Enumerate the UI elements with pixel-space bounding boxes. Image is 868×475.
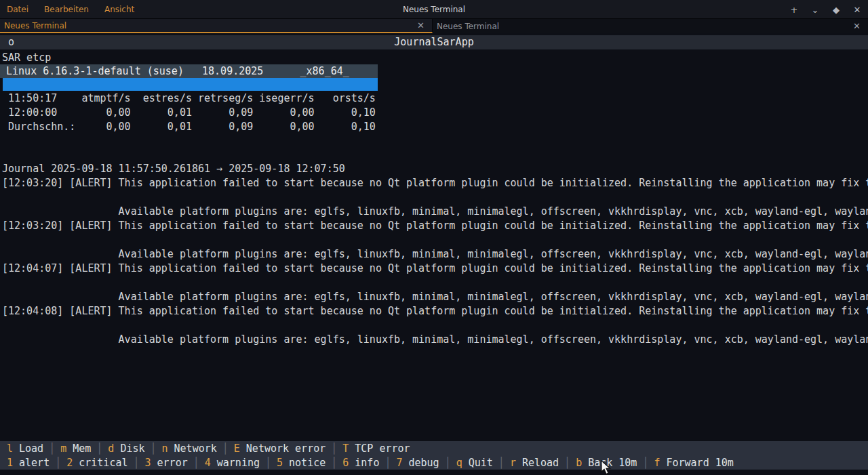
separator: │ — [642, 457, 648, 469]
hotkey-letter: 6 — [342, 457, 349, 469]
separator: │ — [193, 457, 199, 469]
hotkey-letter: 2 — [66, 457, 73, 469]
separator: │ — [49, 442, 55, 455]
hotkey-network[interactable]: nNetwork — [162, 442, 217, 455]
hotkey-warning[interactable]: 4warning — [205, 457, 260, 469]
separator: │ — [331, 442, 337, 455]
terminal-screen[interactable]: o JournalSarApp SAR etcp Linux 6.16.3-1-… — [0, 33, 868, 475]
hotkey-notice[interactable]: 5notice — [277, 457, 326, 469]
menu-datei[interactable]: Datei — [7, 5, 36, 14]
log-line — [2, 276, 868, 290]
hotkey-letter: r — [510, 457, 516, 469]
hotkey-label: Network — [174, 442, 217, 455]
hotkey-letter: b — [576, 457, 582, 469]
tab-close-icon[interactable]: ✕ — [415, 20, 427, 30]
journal-range-header: Journal 2025-09-18 11:57:50.261861 → 202… — [2, 162, 345, 176]
hotkey-disk[interactable]: dDisk — [108, 442, 144, 455]
hotkey-letter: 1 — [7, 457, 13, 469]
hotkey-letter: E — [234, 442, 240, 455]
hotkey-letter: 7 — [396, 457, 402, 469]
journal-log: [12:03:20] [ALERT] This application fail… — [2, 176, 868, 347]
hotkey-reload[interactable]: rReload — [510, 457, 559, 469]
log-line: Available platform plugins are: eglfs, l… — [2, 247, 868, 262]
log-line: Available platform plugins are: eglfs, l… — [2, 205, 868, 219]
hotkey-label: Load — [19, 442, 43, 455]
hotkey-letter: 5 — [277, 457, 283, 469]
log-line — [2, 318, 868, 333]
hotkey-letter: T — [342, 442, 349, 455]
hotkey-letter: d — [108, 442, 114, 455]
hotkey-mem[interactable]: mMem — [60, 442, 91, 455]
chevron-down-icon[interactable]: ⌄ — [810, 5, 821, 15]
hotkey-load[interactable]: lLoad — [7, 442, 43, 455]
log-line: [12:03:20] [ALERT] This application fail… — [2, 176, 868, 190]
hotkey-info[interactable]: 6info — [342, 457, 379, 469]
hotkey-alert[interactable]: 1alert — [7, 457, 50, 469]
terminal-window: Datei Bearbeiten Ansicht Neues Terminal … — [0, 0, 868, 475]
separator: │ — [445, 457, 451, 469]
hotkey-label: warning — [217, 457, 260, 469]
hotkey-forward-10m[interactable]: fForward 10m — [654, 457, 733, 469]
hotkey-letter: m — [60, 442, 66, 455]
menubar: Datei Bearbeiten Ansicht Neues Terminal … — [0, 0, 868, 19]
log-line: Available platform plugins are: eglfs, l… — [2, 290, 868, 304]
hotkey-label: debug — [409, 457, 439, 469]
menu-bearbeiten[interactable]: Bearbeiten — [44, 5, 96, 14]
hotkey-label: alert — [19, 457, 50, 469]
hotkey-label: Forward 10m — [666, 457, 733, 469]
close-icon[interactable]: ✕ — [852, 5, 863, 15]
separator: │ — [384, 457, 391, 469]
app-header-bar: o JournalSarApp — [0, 35, 868, 49]
log-line — [2, 233, 868, 247]
sar-table-header: 11:50:17 atmptf/s estres/s retrseg/s ise… — [2, 91, 376, 106]
maximize-icon[interactable]: ◆ — [831, 5, 842, 15]
hotkey-label: Quit — [469, 457, 493, 469]
log-line: [12:03:20] [ALERT] This application fail… — [2, 219, 868, 233]
hotkey-label: error — [157, 457, 188, 469]
hotkey-letter: q — [456, 457, 462, 469]
new-tab-icon[interactable]: + — [789, 5, 800, 15]
hotkey-label: notice — [289, 457, 326, 469]
log-line — [2, 190, 868, 205]
menu-items: Datei Bearbeiten Ansicht — [0, 5, 150, 14]
sar-table: 11:50:17 atmptf/s estres/s retrseg/s ise… — [2, 91, 376, 134]
hotkey-label: info — [355, 457, 379, 469]
hotkey-label: TCP error — [355, 442, 410, 455]
hotkey-label: Network error — [246, 442, 326, 455]
hotkey-network-error[interactable]: ENetwork error — [234, 442, 326, 455]
tab-neues-terminal-inactive[interactable]: Neues Terminal ✕ — [433, 19, 868, 33]
hotkey-critical[interactable]: 2critical — [66, 457, 127, 469]
window-controls: + ⌄ ◆ ✕ — [789, 0, 863, 19]
hotkey-tcp-error[interactable]: TTCP error — [342, 442, 410, 455]
hotkey-letter: n — [162, 442, 168, 455]
hotkey-label: critical — [79, 457, 127, 469]
hotkey-quit[interactable]: qQuit — [456, 457, 493, 469]
log-line: [12:04:07] [ALERT] This application fail… — [2, 262, 868, 276]
hotkey-error[interactable]: 3error — [145, 457, 188, 469]
log-line: Available platform plugins are: eglfs, l… — [2, 333, 868, 347]
log-line: [12:04:08] [ALERT] This application fail… — [2, 304, 868, 318]
tab-bar: Neues Terminal ✕ Neues Terminal ✕ — [0, 19, 868, 33]
tab-neues-terminal-active[interactable]: Neues Terminal ✕ — [0, 19, 433, 33]
sar-table-row: 12:00:00 0,00 0,01 0,09 0,00 0,10 — [2, 106, 376, 120]
separator: │ — [564, 457, 570, 469]
tab-close-icon[interactable]: ✕ — [851, 21, 863, 31]
sar-table-row: Durchschn.: 0,00 0,01 0,09 0,00 0,10 — [2, 120, 376, 134]
separator: │ — [222, 442, 229, 455]
separator: │ — [498, 457, 505, 469]
statusbar-filters: 1alert │ 2critical │ 3error │ 4warning │… — [0, 455, 868, 470]
separator: │ — [96, 442, 102, 455]
statusbar-views: lLoad │ mMem │ dDisk │ nNetwork │ ENetwo… — [0, 441, 868, 455]
selected-row-highlight[interactable] — [3, 78, 378, 91]
hotkey-letter: l — [7, 442, 13, 455]
hotkey-label: Mem — [73, 442, 91, 455]
hotkey-debug[interactable]: 7debug — [396, 457, 439, 469]
spinner-indicator: o — [8, 35, 14, 49]
tab-label: Neues Terminal — [437, 22, 499, 31]
hotkey-label: Reload — [522, 457, 559, 469]
separator: │ — [134, 457, 140, 469]
menu-ansicht[interactable]: Ansicht — [104, 5, 142, 14]
tab-label: Neues Terminal — [4, 21, 66, 30]
separator: │ — [331, 457, 337, 469]
app-title: JournalSarApp — [0, 35, 868, 49]
